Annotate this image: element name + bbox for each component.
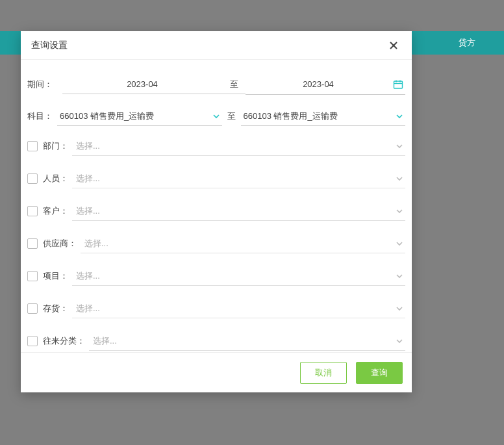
subject-end-value: 660103 销售费用_运输费 <box>241 110 338 122</box>
filter-label-department: 部门： <box>43 140 68 152</box>
query-button[interactable]: 查询 <box>356 362 403 384</box>
checkbox-inventory[interactable] <box>27 303 38 314</box>
checkbox-customer[interactable] <box>27 206 38 216</box>
modal-body: 期间： 至 科目： 66 <box>21 60 412 352</box>
filter-label-person: 人员： <box>43 173 68 184</box>
filter-placeholder-project: 选择... <box>72 270 100 282</box>
chevron-down-icon <box>394 207 405 215</box>
modal-title: 查询设置 <box>31 40 68 51</box>
chevron-down-icon <box>394 240 405 248</box>
period-row: 期间： 至 <box>27 69 405 97</box>
period-label: 期间： <box>27 79 62 90</box>
chevron-down-icon <box>394 337 405 345</box>
filter-row-customer: 客户：选择... <box>27 195 405 227</box>
subject-label: 科目： <box>27 110 57 122</box>
subject-to-label: 至 <box>222 110 241 122</box>
period-end-input[interactable] <box>246 75 391 94</box>
query-button-label: 查询 <box>371 367 388 379</box>
subject-row: 科目： 660103 销售费用_运输费 至 660103 销售费用_运输费 <box>27 97 405 130</box>
filter-select-person[interactable]: 选择... <box>72 169 405 188</box>
filter-row-supplier: 供应商：选择... <box>27 227 405 260</box>
modal-scroll-area[interactable]: 期间： 至 科目： 66 <box>21 60 412 352</box>
modal-footer: 取消 查询 <box>21 352 412 392</box>
filter-row-person: 人员：选择... <box>27 162 405 195</box>
chevron-down-icon <box>394 305 405 312</box>
chevron-down-icon <box>394 142 405 150</box>
filter-row-project: 项目：选择... <box>27 260 405 292</box>
calendar-icon[interactable] <box>391 79 405 90</box>
filter-select-department[interactable]: 选择... <box>72 136 405 156</box>
filter-row-department: 部门：选择... <box>27 130 405 162</box>
cancel-button-label: 取消 <box>315 367 332 379</box>
checkbox-department[interactable] <box>27 141 38 151</box>
svg-rect-0 <box>394 81 403 88</box>
subject-start-value: 660103 销售费用_运输费 <box>57 110 154 122</box>
filter-placeholder-supplier: 选择... <box>81 238 108 249</box>
filter-placeholder-customer: 选择... <box>72 205 100 217</box>
checkbox-ar_ap_cat[interactable] <box>27 336 38 346</box>
credit-column-label: 贷方 <box>459 31 475 55</box>
chevron-down-icon <box>394 175 405 183</box>
filter-placeholder-inventory: 选择... <box>72 303 100 314</box>
filter-placeholder-person: 选择... <box>72 173 100 184</box>
period-to-label: 至 <box>222 75 246 94</box>
chevron-down-icon <box>394 112 405 120</box>
filter-label-project: 项目： <box>43 270 68 282</box>
checkbox-person[interactable] <box>27 173 38 184</box>
cancel-button[interactable]: 取消 <box>300 362 347 384</box>
filter-placeholder-department: 选择... <box>72 140 100 152</box>
filter-select-customer[interactable]: 选择... <box>72 201 405 221</box>
filter-label-inventory: 存货： <box>43 303 68 314</box>
filter-label-ar_ap_cat: 往来分类： <box>43 335 85 347</box>
filter-label-supplier: 供应商： <box>43 238 77 249</box>
filter-select-supplier[interactable]: 选择... <box>81 234 405 253</box>
filter-placeholder-ar_ap_cat: 选择... <box>89 335 117 347</box>
modal-header: 查询设置 <box>21 31 412 60</box>
filter-select-ar_ap_cat[interactable]: 选择... <box>89 331 405 351</box>
checkbox-supplier[interactable] <box>27 238 38 249</box>
filter-label-customer: 客户： <box>43 205 68 217</box>
checkbox-project[interactable] <box>27 271 38 281</box>
chevron-down-icon <box>210 112 222 120</box>
chevron-down-icon <box>394 272 405 280</box>
query-settings-modal: 查询设置 期间： 至 <box>21 31 412 392</box>
period-start-input[interactable] <box>62 75 222 94</box>
subject-start-select[interactable]: 660103 销售费用_运输费 <box>57 107 222 126</box>
filter-select-project[interactable]: 选择... <box>72 266 405 286</box>
period-end-wrap <box>246 75 405 95</box>
filter-select-inventory[interactable]: 选择... <box>72 299 405 318</box>
filter-row-inventory: 存货：选择... <box>27 292 405 325</box>
close-icon <box>389 41 398 50</box>
subject-end-select[interactable]: 660103 销售费用_运输费 <box>241 107 406 126</box>
close-button[interactable] <box>386 38 401 53</box>
filter-row-ar_ap_cat: 往来分类：选择... <box>27 325 405 352</box>
